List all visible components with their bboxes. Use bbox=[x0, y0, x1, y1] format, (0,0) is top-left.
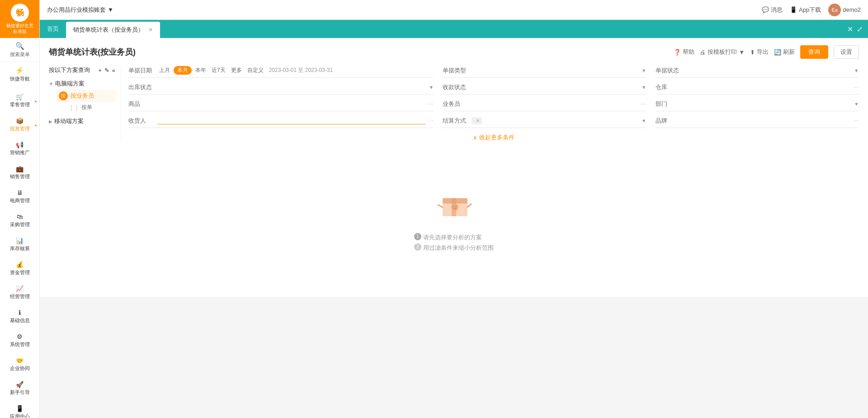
sidebar-item-finance[interactable]: 💰 资金管理 bbox=[0, 256, 39, 280]
sidebar-item-inventory[interactable]: 📊 库存核算 bbox=[0, 233, 39, 256]
consignee-dots-icon[interactable]: ··· bbox=[428, 117, 434, 125]
export-icon: ⬆ bbox=[750, 49, 755, 56]
scheme-tree: ▼ 电脑端方案 按 按业务员 ⋮⋮ 按单 bbox=[49, 78, 115, 127]
scheme-order-label: 按单 bbox=[81, 104, 92, 111]
breadcrumb-dropdown[interactable]: 办公用品行业模拟账套 ▼ bbox=[47, 6, 113, 14]
sidebar-item-search[interactable]: 🔍 搜索菜单 bbox=[0, 38, 39, 62]
filter-panel: 按以下方案查询 + ✎ « ▼ 电脑端方案 bbox=[49, 66, 859, 142]
tab-home[interactable]: 首页 bbox=[40, 20, 66, 38]
filter-main: 单据日期 上月 本月 本年 近7天 更多 自定义 2023-03-01 至 20… bbox=[121, 66, 859, 142]
filter-pay-status[interactable]: 收款状态 ▼ bbox=[443, 83, 646, 95]
sidebar-item-app-center[interactable]: 📱 应用中心 bbox=[0, 400, 39, 418]
filter-dept[interactable]: 部门 ▼ bbox=[656, 100, 859, 111]
empty-state: 1 请先选择要分析的方案 2 用过滤条件来缩小分析范围 bbox=[49, 142, 859, 290]
user-profile[interactable]: Ea demo2 bbox=[828, 4, 861, 16]
filter-doc-type[interactable]: 单据类型 ▼ bbox=[443, 66, 646, 78]
warehouse-dots-icon[interactable]: ··· bbox=[853, 83, 859, 91]
page-header: 销货单统计表(按业务员) ❓ 帮助 🖨 按模板打印 ▼ ⬆ 导出 bbox=[49, 45, 859, 59]
scheme-by-salesperson[interactable]: 按 按业务员 bbox=[56, 90, 115, 102]
sidebar-item-quick-nav[interactable]: ⚡ 快捷导航 bbox=[0, 62, 39, 87]
sidebar-item-onboarding[interactable]: 🚀 新手引导 bbox=[0, 376, 39, 400]
date-btn-last-month[interactable]: 上月 bbox=[157, 66, 172, 75]
print-button[interactable]: 🖨 按模板打印 ▼ bbox=[700, 48, 745, 56]
pay-status-arrow-icon: ▼ bbox=[642, 85, 646, 90]
filter-ship-status[interactable]: 出库状态 ▼ bbox=[128, 83, 434, 95]
scheme-header: 按以下方案查询 + ✎ « bbox=[49, 66, 115, 74]
sidebar-item-enterprise[interactable]: 🤝 企业协同 bbox=[0, 352, 39, 376]
tree-mobile-label: 移动端方案 bbox=[54, 117, 84, 125]
help-button[interactable]: ❓ 帮助 bbox=[674, 48, 694, 56]
tabbar: 首页 销货单统计表（按业务员） ✕ ✕ ⤢ bbox=[40, 20, 868, 38]
export-button[interactable]: ⬆ 导出 bbox=[750, 48, 769, 56]
message-icon: 💬 bbox=[762, 6, 769, 13]
tab-expand-button[interactable]: ⤢ bbox=[857, 25, 863, 33]
tab-close-button[interactable]: ✕ bbox=[148, 27, 153, 33]
sidebar-item-sales[interactable]: 💼 销售管理 bbox=[0, 161, 39, 185]
filter-doc-status[interactable]: 单据状态 ▼ bbox=[656, 66, 859, 78]
salesperson-dots-icon[interactable]: ··· bbox=[640, 100, 646, 108]
date-btn-custom[interactable]: 自定义 bbox=[245, 66, 265, 75]
topbar: 办公用品行业模拟账套 ▼ 💬 消息 📱 App下载 Ea demo2 bbox=[40, 0, 868, 20]
collapse-label: 收起更多条件 bbox=[479, 133, 514, 142]
dept-select[interactable]: ▼ bbox=[684, 101, 859, 107]
tip-text-2: 用过滤条件来缩小分析范围 bbox=[423, 242, 494, 253]
date-btn-7days[interactable]: 近7天 bbox=[210, 66, 227, 75]
sidebar-item-system[interactable]: ⚙ 系统管理 bbox=[0, 328, 39, 352]
tab-sales-stat[interactable]: 销货单统计表（按业务员） ✕ bbox=[66, 22, 160, 38]
payment-tag-close[interactable]: × bbox=[476, 118, 479, 124]
tab-sales-stat-label: 销货单统计表（按业务员） bbox=[73, 26, 144, 34]
ship-status-select[interactable]: ▼ bbox=[157, 85, 434, 90]
logo-icon: 畅 bbox=[11, 4, 29, 22]
salesperson-input[interactable] bbox=[472, 101, 638, 108]
date-btn-more[interactable]: 更多 bbox=[229, 66, 244, 75]
tree-mobile-group[interactable]: ▶ 移动端方案 bbox=[49, 115, 115, 127]
goods-dots-icon[interactable]: ··· bbox=[428, 100, 434, 108]
query-button[interactable]: 查询 bbox=[800, 45, 828, 59]
scheme-edit-icon[interactable]: ✎ bbox=[104, 67, 109, 74]
brand-dots-icon[interactable]: ··· bbox=[853, 117, 859, 125]
date-label: 单据日期 bbox=[128, 66, 154, 75]
filter-salesperson[interactable]: 业务员 ··· bbox=[443, 100, 646, 111]
scheme-by-order[interactable]: ⋮⋮ 按单 bbox=[69, 102, 115, 113]
brand-input[interactable] bbox=[684, 118, 851, 124]
doc-status-select[interactable]: ▼ bbox=[684, 68, 859, 73]
sidebar-item-retail[interactable]: 🛒 零售管理 ▲ bbox=[0, 89, 39, 113]
date-btn-this-year[interactable]: 本年 bbox=[193, 66, 208, 75]
print-label: 按模板打印 bbox=[708, 48, 737, 56]
tree-desktop-group[interactable]: ▼ 电脑端方案 bbox=[49, 78, 115, 90]
tree-sub-items: ⋮⋮ 按单 bbox=[56, 102, 115, 113]
message-button[interactable]: 💬 消息 bbox=[762, 6, 783, 14]
pay-status-select[interactable]: ▼ bbox=[472, 85, 646, 90]
print-dropdown-icon: ▼ bbox=[739, 49, 745, 56]
warehouse-label: 仓库 bbox=[656, 83, 681, 91]
warehouse-select[interactable]: ··· bbox=[684, 83, 859, 91]
sidebar-item-wholesale[interactable]: 📦 批发管理 ▲ bbox=[0, 113, 39, 137]
filter-consignee[interactable]: 收货人 ··· bbox=[128, 117, 434, 128]
filter-goods[interactable]: 商品 ··· bbox=[128, 100, 434, 111]
sidebar-item-purchase[interactable]: 🛍 采购管理 bbox=[0, 209, 39, 233]
collapse-button[interactable]: ∧ 收起更多条件 bbox=[128, 133, 859, 142]
scheme-add-icon[interactable]: + bbox=[98, 67, 102, 74]
date-btn-this-month[interactable]: 本月 bbox=[174, 66, 192, 75]
goods-input[interactable] bbox=[157, 101, 426, 108]
filter-payment[interactable]: 结算方式 × ▼ bbox=[443, 117, 646, 128]
filter-warehouse[interactable]: 仓库 ··· bbox=[656, 83, 859, 95]
goods-label: 商品 bbox=[128, 100, 154, 108]
setting-button[interactable]: 设置 bbox=[834, 45, 859, 59]
sidebar-item-ecom[interactable]: 🖥 电商管理 bbox=[0, 185, 39, 209]
sidebar-item-operation[interactable]: 📈 经营管理 bbox=[0, 280, 39, 304]
app-download-icon: 📱 bbox=[790, 6, 797, 13]
payment-select[interactable]: × ▼ bbox=[472, 117, 646, 124]
doc-type-select[interactable]: ▼ bbox=[472, 68, 646, 73]
page-content: 销货单统计表(按业务员) ❓ 帮助 🖨 按模板打印 ▼ ⬆ 导出 bbox=[40, 38, 868, 297]
tab-close-all-button[interactable]: ✕ bbox=[847, 25, 853, 33]
date-range-text: 2023-03-01 至 2023-03-31 bbox=[269, 66, 333, 74]
filter-brand[interactable]: 品牌 ··· bbox=[656, 117, 859, 128]
refresh-button[interactable]: 🔄 刷新 bbox=[774, 48, 795, 56]
app-logo[interactable]: 畅 畅捷通好生意 标准版 bbox=[0, 0, 39, 38]
app-download-button[interactable]: 📱 App下载 bbox=[790, 6, 821, 14]
sidebar-item-marketing[interactable]: 📢 营销推广 bbox=[0, 137, 39, 161]
consignee-input[interactable] bbox=[157, 117, 426, 124]
scheme-collapse-icon[interactable]: « bbox=[112, 67, 115, 74]
sidebar-item-basic[interactable]: ℹ 基础信息 bbox=[0, 304, 39, 328]
